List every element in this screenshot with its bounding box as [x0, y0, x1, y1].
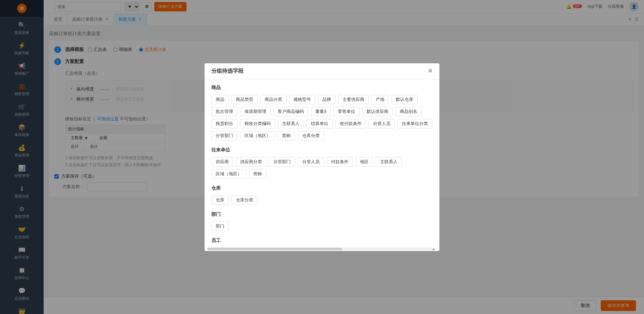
field-section-title-1: 往来单位 [211, 147, 433, 153]
hscroll-right-arrow[interactable]: ▶ [433, 247, 437, 251]
field-tag-0-21[interactable]: 往来单位分类 [397, 119, 432, 128]
modal-overlay: 分组待选字段 ✕ 商品商品商品类型商品分类规格型号品牌主要供应商产地默认仓库批次… [0, 0, 644, 314]
field-tag-0-4[interactable]: 品牌 [318, 95, 335, 104]
field-section-title-4: 员工 [211, 238, 433, 244]
field-tag-0-25[interactable]: 仓库分类 [298, 131, 324, 140]
field-tag-0-13[interactable]: 默认供应商 [362, 107, 393, 116]
field-tag-0-11[interactable]: 重量3 [311, 107, 331, 116]
modal: 分组待选字段 ✕ 商品商品商品类型商品分类规格型号品牌主要供应商产地默认仓库批次… [205, 63, 439, 251]
field-tag-0-22[interactable]: 分管部门 [211, 131, 237, 140]
field-tag-0-10[interactable]: 客户商品编码 [273, 107, 308, 116]
field-tag-0-19[interactable]: 收付款条件 [335, 119, 366, 128]
field-tag-0-23[interactable]: 区域（地区） [240, 131, 275, 140]
hscroll-track [207, 248, 432, 250]
field-tag-0-14[interactable]: 商品别名 [395, 107, 422, 116]
field-tags-3: 部门 [211, 222, 433, 231]
field-section-title-0: 商品 [211, 85, 433, 91]
field-tag-1-7[interactable]: 区域（地区） [211, 169, 246, 179]
field-tags-1: 供应商供应商分类分管部门分管人员付款条件地区主联系人区域（地区）简称 [211, 157, 433, 179]
modal-close-button[interactable]: ✕ [428, 67, 433, 75]
modal-scroll-container[interactable]: 商品商品商品类型商品分类规格型号品牌主要供应商产地默认仓库批次管理保质期管理客户… [205, 79, 439, 247]
modal-title: 分组待选字段 [211, 68, 244, 75]
field-tag-0-1[interactable]: 商品类型 [231, 95, 258, 104]
field-section-title-2: 仓库 [211, 185, 433, 191]
field-tag-0-2[interactable]: 商品分类 [260, 95, 286, 104]
field-section-2: 仓库仓库仓库分类 [211, 185, 433, 205]
field-tag-0-3[interactable]: 规格型号 [289, 95, 315, 104]
field-tag-1-0[interactable]: 供应商 [211, 157, 233, 167]
field-tag-3-0[interactable]: 部门 [211, 222, 229, 231]
field-tag-0-9[interactable]: 保质期管理 [240, 107, 271, 116]
field-tag-0-16[interactable]: 税收分类编码 [240, 119, 275, 128]
field-tag-1-3[interactable]: 分管人员 [298, 157, 324, 167]
field-tag-1-6[interactable]: 主联系人 [376, 157, 402, 167]
modal-body: 商品商品商品类型商品分类规格型号品牌主要供应商产地默认仓库批次管理保质期管理客户… [205, 79, 439, 247]
field-tag-1-4[interactable]: 付款条件 [327, 157, 353, 167]
field-section-1: 往来单位供应商供应商分类分管部门分管人员付款条件地区主联系人区域（地区）简称 [211, 147, 433, 179]
field-tag-2-1[interactable]: 仓库分类 [231, 195, 258, 205]
field-tag-0-8[interactable]: 批次管理 [211, 107, 237, 116]
modal-hscroll-bar: ▶ [205, 247, 439, 251]
field-tag-0-0[interactable]: 商品 [211, 95, 229, 104]
field-section-4: 员工业务员 [211, 238, 433, 247]
field-tag-1-5[interactable]: 地区 [356, 157, 373, 167]
field-tag-0-18[interactable]: 结算单位 [307, 119, 333, 128]
field-section-0: 商品商品商品类型商品分类规格型号品牌主要供应商产地默认仓库批次管理保质期管理客户… [211, 85, 433, 140]
field-tags-0: 商品商品类型商品分类规格型号品牌主要供应商产地默认仓库批次管理保质期管理客户商品… [211, 95, 433, 140]
field-tags-2: 仓库仓库分类 [211, 195, 433, 205]
field-section-title-3: 部门 [211, 211, 433, 217]
field-tag-0-12[interactable]: 零售单位 [333, 107, 360, 116]
field-tag-0-24[interactable]: 简称 [278, 131, 295, 140]
field-tag-0-6[interactable]: 产地 [371, 95, 389, 104]
field-tag-1-2[interactable]: 分管部门 [269, 157, 295, 167]
field-tag-1-8[interactable]: 简称 [249, 169, 266, 179]
field-tag-0-17[interactable]: 主联系人 [278, 119, 304, 128]
field-section-3: 部门部门 [211, 211, 433, 231]
field-tag-0-20[interactable]: 分管人员 [369, 119, 395, 128]
field-tag-2-0[interactable]: 仓库 [211, 195, 229, 205]
hscroll-thumb [207, 248, 342, 250]
field-tag-0-5[interactable]: 主要供应商 [338, 95, 369, 104]
modal-header: 分组待选字段 ✕ [205, 63, 439, 79]
field-tag-1-1[interactable]: 供应商分类 [236, 157, 266, 167]
field-tag-0-7[interactable]: 默认仓库 [391, 95, 418, 104]
field-tag-0-15[interactable]: 拣货积分 [211, 119, 237, 128]
